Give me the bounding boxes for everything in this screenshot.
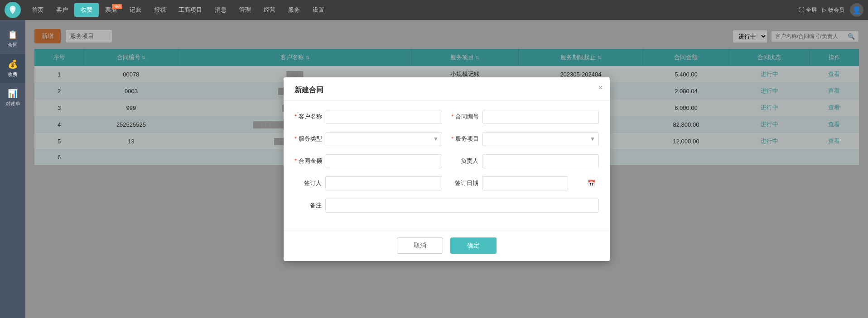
service-type-wrapper: ▼ <box>326 132 442 146</box>
modal-close-button[interactable]: × <box>598 84 603 92</box>
form-row-5: 备注 <box>294 199 599 213</box>
cancel-button[interactable]: 取消 <box>397 237 443 254</box>
amount-label: 合同金额 <box>294 157 322 165</box>
responsible-label: 负责人 <box>451 157 478 165</box>
fullscreen-button[interactable]: ⛶ 全屏 <box>799 6 817 14</box>
billing-icon: 💰 <box>8 59 18 69</box>
modal-overlay: 新建合同 × 客户名称 合同编号 <box>25 20 868 318</box>
sidebar-item-contract[interactable]: 📋 合同 <box>0 24 25 54</box>
customer-name-label: 客户名称 <box>294 113 322 121</box>
sidebar: 📋 合同 💰 收费 📊 对账单 <box>0 20 25 318</box>
statement-icon: 📊 <box>8 89 18 99</box>
notes-label: 备注 <box>294 201 322 209</box>
sign-date-input[interactable]: 2023-06-06 <box>482 176 568 190</box>
top-nav: 首页 客户 收费 票据 new 记账 报税 工商项目 消息 管理 经营 服务 设… <box>0 0 868 20</box>
contract-no-label: 合同编号 <box>451 113 479 121</box>
nav-customer[interactable]: 客户 <box>50 3 74 17</box>
nav-manage[interactable]: 管理 <box>233 3 257 17</box>
form-group-signer: 签订人 <box>294 176 442 190</box>
service-type-select[interactable] <box>326 132 442 146</box>
form-group-service-type: 服务类型 ▼ <box>294 132 442 146</box>
new-contract-modal: 新建合同 × 客户名称 合同编号 <box>284 77 610 261</box>
svg-point-0 <box>12 8 14 10</box>
form-group-sign-date: 签订日期 2023-06-06 📅 <box>451 176 599 190</box>
form-group-service-item: 服务项目 ▼ <box>451 132 599 146</box>
form-group-customer: 客户名称 <box>294 110 442 124</box>
modal-header: 新建合同 × <box>284 77 610 101</box>
notes-input[interactable] <box>325 199 599 213</box>
customer-name-input[interactable] <box>326 110 442 124</box>
new-badge: new <box>112 4 122 9</box>
nav-right: ⛶ 全屏 ▷ 畅会员 👤 <box>799 3 863 17</box>
amount-input[interactable]: 0.00 <box>326 154 442 168</box>
vip-button[interactable]: ▷ 畅会员 <box>822 6 844 14</box>
calendar-icon[interactable]: 📅 <box>588 180 595 187</box>
form-group-responsible: 负责人 <box>451 154 599 168</box>
nav-settings[interactable]: 设置 <box>306 3 331 17</box>
sign-date-wrapper: 2023-06-06 📅 <box>482 176 599 190</box>
contract-icon: 📋 <box>8 30 18 40</box>
user-avatar[interactable]: 👤 <box>850 3 863 17</box>
sidebar-item-billing[interactable]: 💰 收费 <box>0 54 25 83</box>
modal-title: 新建合同 <box>294 85 599 95</box>
responsible-input[interactable] <box>482 154 599 168</box>
nav-items: 首页 客户 收费 票据 new 记账 报税 工商项目 消息 管理 经营 服务 设… <box>25 3 799 17</box>
form-group-contract-no: 合同编号 <box>451 110 599 124</box>
form-row-3: 合同金额 0.00 负责人 <box>294 154 599 168</box>
service-item-wrapper: ▼ <box>482 132 599 146</box>
confirm-button[interactable]: 确定 <box>450 237 497 254</box>
play-icon: ▷ <box>822 7 826 13</box>
form-row-4: 签订人 签订日期 2023-06-06 📅 <box>294 176 599 190</box>
form-group-amount: 合同金额 0.00 <box>294 154 442 168</box>
content-area: 新增 服务项目 进行中 已完成 已终止 🔍 序号 合同 <box>25 20 868 318</box>
nav-operation[interactable]: 经营 <box>257 3 282 17</box>
nav-business[interactable]: 工商项目 <box>172 3 208 17</box>
service-item-select[interactable] <box>482 132 599 146</box>
modal-footer: 取消 确定 <box>284 230 610 261</box>
sign-date-label: 签订日期 <box>451 179 478 187</box>
nav-billing[interactable]: 收费 <box>74 3 99 17</box>
nav-accounting[interactable]: 记账 <box>123 3 148 17</box>
app-logo <box>5 2 21 18</box>
fullscreen-icon: ⛶ <box>799 7 804 13</box>
contract-no-input[interactable] <box>482 110 599 124</box>
nav-home[interactable]: 首页 <box>25 3 50 17</box>
sidebar-item-statement[interactable]: 📊 对账单 <box>0 83 25 113</box>
form-group-notes: 备注 <box>294 199 599 213</box>
nav-invoice[interactable]: 票据 new <box>99 3 123 17</box>
avatar-icon: 👤 <box>852 6 861 14</box>
modal-body: 客户名称 合同编号 服务类型 <box>284 101 610 230</box>
nav-message[interactable]: 消息 <box>208 3 233 17</box>
main-layout: 📋 合同 💰 收费 📊 对账单 新增 服务项目 进行中 已完成 已终止 <box>0 20 868 318</box>
signer-label: 签订人 <box>294 179 322 187</box>
form-row-1: 客户名称 合同编号 <box>294 110 599 124</box>
signer-input[interactable] <box>325 176 442 190</box>
nav-tax[interactable]: 报税 <box>148 3 172 17</box>
form-row-2: 服务类型 ▼ 服务项目 ▼ <box>294 132 599 146</box>
nav-service[interactable]: 服务 <box>282 3 306 17</box>
service-item-label: 服务项目 <box>451 135 479 143</box>
service-type-label: 服务类型 <box>294 135 322 143</box>
